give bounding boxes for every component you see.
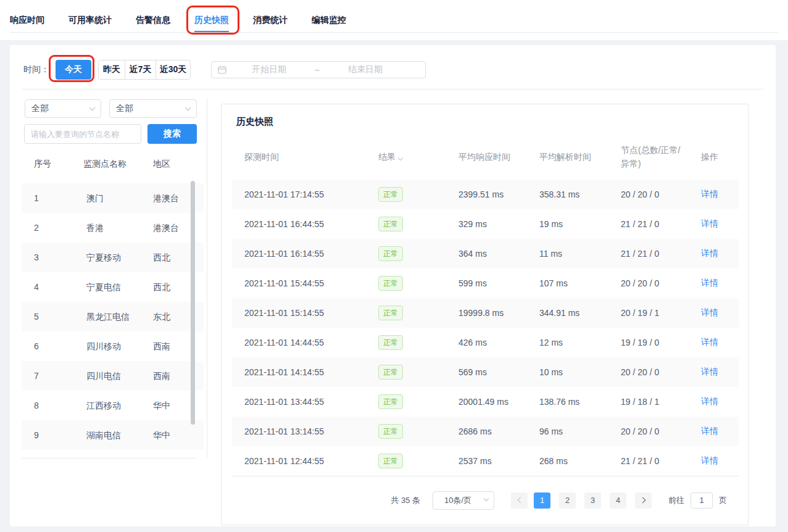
- status-badge: 正常: [378, 424, 403, 439]
- cell-avg-response: 426 ms: [446, 338, 527, 347]
- sidebar-table-header: 序号 监测点名称 地区: [10, 155, 207, 172]
- detail-link[interactable]: 详情: [701, 278, 718, 288]
- cell-nodes: 20 / 20 / 0: [608, 426, 689, 436]
- cell-avg-resolve: 107 ms: [527, 278, 608, 288]
- snapshot-row: 2021-11-01 14:14:55 正常 569 ms 10 ms 20 /…: [232, 357, 739, 387]
- monitor-point-row[interactable]: 8 江西移动 华中: [22, 391, 204, 420]
- monitor-point-row[interactable]: 5 黑龙江电信 东北: [22, 302, 204, 331]
- cell-nodes: 20 / 20 / 0: [608, 278, 689, 288]
- tab-list: 响应时间 可用率统计 告警信息 历史快照 消费统计 编辑监控: [10, 8, 346, 33]
- column-nodes: 节点(总数/正常/异常): [608, 143, 689, 170]
- row-index: 1: [34, 183, 39, 213]
- tab-response-time[interactable]: 响应时间: [10, 8, 44, 33]
- prev-page-button[interactable]: [511, 493, 528, 509]
- row-name: 澳门: [86, 183, 104, 213]
- tab-history-snapshot[interactable]: 历史快照: [194, 8, 229, 33]
- detail-link[interactable]: 详情: [701, 307, 718, 317]
- row-name: 江西移动: [86, 391, 121, 420]
- cell-avg-response: 2399.51 ms: [446, 189, 527, 199]
- detail-link[interactable]: 详情: [701, 455, 718, 465]
- sidebar-scrollbar-thumb[interactable]: [191, 181, 195, 425]
- snapshot-table-body: 2021-11-01 17:14:55 正常 2399.51 ms 358.31…: [232, 180, 739, 476]
- tabbar-divider: [10, 32, 778, 33]
- cell-probe-time: 2021-11-01 14:14:55: [232, 367, 366, 377]
- tab-availability-stats[interactable]: 可用率统计: [68, 8, 112, 33]
- row-region: 港澳台: [153, 183, 179, 213]
- page: 响应时间 可用率统计 告警信息 历史快照 消费统计 编辑监控 时间： 今天 昨天…: [0, 0, 788, 532]
- column-avg-response: 平均响应时间: [446, 150, 527, 164]
- sort-caret-icon[interactable]: [398, 156, 403, 160]
- monitor-point-row[interactable]: 6 四川移动 西南: [22, 331, 204, 361]
- cell-action: 详情: [689, 307, 739, 318]
- chevron-down-icon: [185, 105, 191, 111]
- node-search-input[interactable]: [24, 124, 141, 144]
- time-filter-yesterday-button[interactable]: 昨天: [99, 60, 125, 79]
- next-page-button[interactable]: [635, 493, 652, 509]
- column-result[interactable]: 结果: [366, 150, 446, 164]
- column-index: 序号: [34, 155, 51, 172]
- date-separator: ~: [312, 65, 323, 75]
- page-button-4[interactable]: 4: [610, 493, 626, 509]
- search-button[interactable]: 搜索: [147, 124, 197, 144]
- row-region: 华中: [153, 391, 170, 420]
- page-size-select[interactable]: 10条/页: [433, 491, 494, 510]
- cell-avg-response: 20001.49 ms: [446, 397, 527, 407]
- detail-link[interactable]: 详情: [701, 189, 718, 199]
- column-action: 操作: [689, 150, 739, 164]
- tab-edit-monitor[interactable]: 编辑监控: [312, 8, 346, 33]
- cell-nodes: 21 / 21 / 0: [608, 249, 689, 259]
- cell-avg-response: 599 ms: [446, 278, 527, 288]
- detail-link[interactable]: 详情: [701, 218, 718, 228]
- tab-bar: 响应时间 可用率统计 告警信息 历史快照 消费统计 编辑监控: [0, 0, 788, 40]
- page-button-3[interactable]: 3: [584, 493, 601, 509]
- tab-alert-info[interactable]: 告警信息: [136, 8, 170, 33]
- snapshot-row: 2021-11-01 16:44:55 正常 329 ms 19 ms 21 /…: [232, 209, 739, 239]
- snapshot-row: 2021-11-01 15:14:55 正常 19999.8 ms 344.91…: [232, 298, 739, 328]
- detail-link[interactable]: 详情: [701, 426, 718, 436]
- cell-result: 正常: [366, 305, 446, 320]
- status-badge: 正常: [378, 365, 403, 380]
- date-start-placeholder: 开始日期: [226, 64, 312, 75]
- status-badge: 正常: [378, 305, 403, 320]
- row-name: 湖南电信: [86, 420, 121, 450]
- page-button-2[interactable]: 2: [559, 493, 576, 509]
- date-range-picker[interactable]: 开始日期 ~ 结束日期: [211, 61, 426, 78]
- detail-link[interactable]: 详情: [701, 337, 718, 347]
- cell-avg-response: 19999.8 ms: [446, 308, 527, 318]
- region-filter-select[interactable]: 全部: [25, 99, 101, 118]
- monitor-point-row[interactable]: 1 澳门 港澳台: [22, 183, 204, 213]
- detail-link[interactable]: 详情: [701, 248, 718, 258]
- row-name: 宁夏移动: [86, 243, 121, 272]
- time-filter-last7days-button[interactable]: 近7天: [125, 60, 156, 79]
- tab-consumption-stats[interactable]: 消费统计: [253, 8, 288, 33]
- monitor-point-row[interactable]: 4 宁夏电信 西北: [22, 272, 204, 302]
- monitor-point-row[interactable]: 9 湖南电信 华中: [22, 420, 204, 450]
- cell-action: 详情: [689, 426, 739, 437]
- cell-nodes: 19 / 18 / 1: [608, 397, 689, 407]
- status-badge: 正常: [378, 246, 403, 261]
- row-region: 西北: [153, 243, 170, 272]
- monitor-point-row[interactable]: 7 四川电信 西南: [22, 361, 204, 391]
- row-index: 6: [34, 331, 39, 361]
- goto-page-input[interactable]: [691, 493, 713, 509]
- time-filter-today-button[interactable]: 今天: [56, 60, 91, 80]
- row-index: 2: [34, 213, 39, 243]
- chevron-left-icon: [517, 497, 523, 504]
- column-probe-time: 探测时间: [232, 150, 366, 164]
- cell-nodes: 21 / 21 / 0: [608, 456, 689, 466]
- time-filter-last30days-button[interactable]: 近30天: [156, 60, 190, 79]
- time-filter-label: 时间：: [23, 65, 49, 73]
- operator-filter-select[interactable]: 全部: [109, 99, 197, 118]
- history-snapshot-panel: 历史快照 探测时间 结果 平均响应时间 平均解析时间 节点(总数/正常/异常) …: [221, 104, 749, 525]
- cell-avg-resolve: 358.31 ms: [527, 189, 608, 199]
- operator-filter-value: 全部: [116, 103, 186, 114]
- total-count: 共 35 条: [391, 495, 420, 506]
- monitor-point-row[interactable]: 2 香港 港澳台: [22, 213, 204, 243]
- detail-link[interactable]: 详情: [701, 396, 718, 406]
- detail-link[interactable]: 详情: [701, 367, 718, 376]
- cell-action: 详情: [689, 337, 739, 348]
- goto-suffix: 页: [719, 495, 727, 506]
- monitor-point-row[interactable]: 3 宁夏移动 西北: [22, 243, 204, 272]
- cell-avg-resolve: 138.76 ms: [527, 397, 608, 407]
- page-button-1[interactable]: 1: [534, 493, 550, 509]
